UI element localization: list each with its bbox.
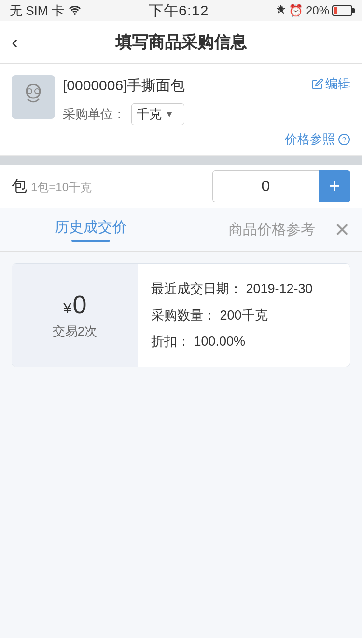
section-divider [0, 156, 362, 165]
battery-percent: 20% [306, 4, 329, 17]
price-ref-label: 价格参照 [285, 131, 335, 148]
tab-close-button[interactable]: ✕ [334, 219, 350, 241]
quantity-plus-button[interactable]: + [319, 170, 350, 202]
quantity-unit-sub: 1包=10千克 [31, 180, 92, 195]
carrier-text: 无 SIM 卡 [10, 2, 64, 19]
product-logo-icon [19, 81, 48, 114]
svg-point-0 [27, 84, 40, 98]
unit-select-text: 千克 [137, 106, 162, 123]
quantity-row: 包 1包=10千克 0 + [0, 165, 362, 208]
svg-text:?: ? [342, 136, 346, 143]
product-name-wrap: [0000006]手撕面包 采购单位： 千克 ▼ [63, 75, 312, 125]
discount-value: 100.00% [194, 334, 246, 349]
svg-point-2 [35, 89, 40, 94]
product-thumbnail [12, 75, 55, 119]
alarm-icon: ⏰ [289, 4, 303, 17]
edit-link[interactable]: 编辑 [312, 75, 350, 92]
time-text: 下午6:12 [149, 1, 209, 21]
quantity-row-detail: 采购数量： 200千克 [151, 306, 336, 325]
trade-count: 交易2次 [53, 323, 97, 340]
unit-select[interactable]: 千克 ▼ [131, 103, 184, 125]
quantity-unit-name: 包 [12, 176, 27, 197]
history-right-panel: 最近成交日期： 2019-12-30 采购数量： 200千克 折扣： 100.0… [138, 264, 350, 367]
history-section: ¥ 0 交易2次 最近成交日期： 2019-12-30 采购数量： 200千克 … [0, 252, 362, 379]
status-bar: 无 SIM 卡 下午6:12 ⏰ 20% [0, 0, 362, 21]
last-date-value: 2019-12-30 [246, 281, 313, 296]
unit-label: 采购单位： [63, 106, 125, 123]
price-ref-row: 价格参照 ? [12, 131, 350, 148]
edit-label: 编辑 [325, 75, 350, 92]
discount-label: 折扣： [151, 334, 190, 349]
back-button[interactable]: ‹ [12, 31, 18, 53]
svg-point-1 [27, 89, 32, 94]
product-card: [0000006]手撕面包 采购单位： 千克 ▼ 编辑 价格参照 ? [0, 64, 362, 156]
product-unit-row: 采购单位： 千克 ▼ [63, 103, 312, 125]
tab-active-indicator [71, 240, 110, 242]
history-price: ¥ 0 [63, 290, 87, 319]
product-header: [0000006]手撕面包 采购单位： 千克 ▼ 编辑 [12, 75, 350, 125]
tab-bar: 历史成交价 商品价格参考 ✕ [0, 208, 362, 252]
unit-dropdown-arrow-icon: ▼ [165, 109, 174, 120]
status-left: 无 SIM 卡 [10, 2, 82, 19]
quantity-input[interactable]: 0 [212, 170, 319, 202]
nav-bar: ‹ 填写商品采购信息 [0, 21, 362, 64]
quantity-control: 0 + [212, 170, 350, 202]
quantity-label: 包 1包=10千克 [12, 176, 92, 197]
last-date-row: 最近成交日期： 2019-12-30 [151, 279, 336, 299]
tab-history-label: 历史成交价 [55, 217, 127, 237]
content-area: ¥ 0 交易2次 最近成交日期： 2019-12-30 采购数量： 200千克 … [0, 252, 362, 638]
tab-price-ref-label: 商品价格参考 [228, 220, 315, 239]
currency-symbol: ¥ [63, 299, 72, 317]
product-info: [0000006]手撕面包 采购单位： 千克 ▼ [12, 75, 312, 125]
status-right: ⏰ 20% [276, 4, 352, 17]
page-title: 填写商品采购信息 [115, 31, 247, 54]
last-date-label: 最近成交日期： [151, 281, 242, 296]
quantity-detail-label: 采购数量： [151, 308, 216, 322]
battery-icon [332, 5, 352, 16]
price-ref-link[interactable]: 价格参照 ? [285, 131, 350, 148]
product-name: [0000006]手撕面包 [63, 75, 312, 96]
wifi-icon [68, 3, 82, 18]
discount-row: 折扣： 100.00% [151, 332, 336, 351]
price-value: 0 [72, 290, 86, 319]
history-left-panel: ¥ 0 交易2次 [12, 264, 138, 367]
quantity-detail-value: 200千克 [220, 308, 268, 322]
tab-history-price[interactable]: 历史成交价 [0, 208, 181, 251]
history-card: ¥ 0 交易2次 最近成交日期： 2019-12-30 采购数量： 200千克 … [12, 263, 350, 367]
location-icon [276, 4, 286, 17]
